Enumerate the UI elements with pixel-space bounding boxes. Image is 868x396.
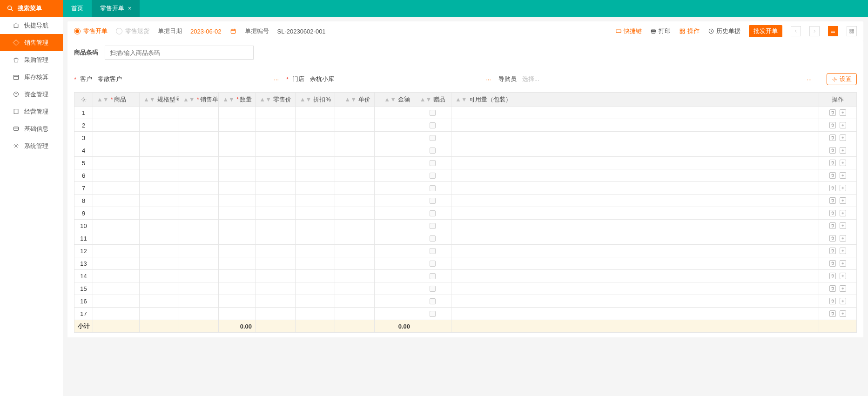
cell-sale-unit[interactable] bbox=[179, 282, 219, 295]
cell-product[interactable] bbox=[93, 119, 140, 132]
add-row-button[interactable] bbox=[840, 210, 846, 216]
cell-retail-price[interactable] bbox=[256, 157, 296, 169]
cell-gift[interactable] bbox=[414, 245, 451, 257]
delete-row-button[interactable] bbox=[829, 160, 836, 166]
sidebar-item-purchase[interactable]: 采购管理 bbox=[0, 51, 63, 68]
table-row[interactable]: 15 bbox=[74, 282, 856, 295]
cell-spec[interactable] bbox=[140, 295, 179, 308]
delete-row-button[interactable] bbox=[829, 298, 836, 304]
table-row[interactable]: 16 bbox=[74, 295, 856, 308]
add-row-button[interactable] bbox=[840, 298, 846, 304]
cell-qty[interactable] bbox=[219, 132, 256, 144]
table-row[interactable]: 14 bbox=[74, 270, 856, 282]
cell-product[interactable] bbox=[93, 308, 140, 320]
checkbox-icon[interactable] bbox=[430, 298, 436, 304]
column-settings[interactable] bbox=[74, 93, 93, 107]
cell-sale-unit[interactable] bbox=[179, 308, 219, 320]
cell-sale-unit[interactable] bbox=[179, 257, 219, 270]
cell-spec[interactable] bbox=[140, 308, 179, 320]
cell-product[interactable] bbox=[93, 245, 140, 257]
add-row-button[interactable] bbox=[840, 134, 846, 141]
cell-amount[interactable] bbox=[375, 270, 414, 282]
add-row-button[interactable] bbox=[840, 273, 846, 279]
cell-spec[interactable] bbox=[140, 119, 179, 132]
cell-retail-price[interactable] bbox=[256, 282, 296, 295]
cell-unit-price[interactable] bbox=[335, 182, 375, 195]
cell-retail-price[interactable] bbox=[256, 245, 296, 257]
cell-qty[interactable] bbox=[219, 220, 256, 232]
cell-spec[interactable] bbox=[140, 144, 179, 157]
cell-qty[interactable] bbox=[219, 195, 256, 207]
cell-product[interactable] bbox=[93, 157, 140, 169]
cell-amount[interactable] bbox=[375, 144, 414, 157]
cell-retail-price[interactable] bbox=[256, 144, 296, 157]
cell-retail-price[interactable] bbox=[256, 257, 296, 270]
cell-retail-price[interactable] bbox=[256, 295, 296, 308]
cell-qty[interactable] bbox=[219, 169, 256, 182]
cell-discount[interactable] bbox=[296, 295, 335, 308]
cell-amount[interactable] bbox=[375, 295, 414, 308]
cell-gift[interactable] bbox=[414, 119, 451, 132]
add-row-button[interactable] bbox=[840, 260, 846, 267]
cell-gift[interactable] bbox=[414, 257, 451, 270]
checkbox-icon[interactable] bbox=[430, 286, 436, 292]
add-row-button[interactable] bbox=[840, 222, 846, 229]
cell-retail-price[interactable] bbox=[256, 119, 296, 132]
table-row[interactable]: 2 bbox=[74, 119, 856, 132]
th-gift[interactable]: ▲▼赠品 bbox=[414, 93, 451, 107]
barcode-input[interactable] bbox=[105, 46, 254, 60]
cell-gift[interactable] bbox=[414, 182, 451, 195]
cell-amount[interactable] bbox=[375, 119, 414, 132]
cell-gift[interactable] bbox=[414, 270, 451, 282]
cell-discount[interactable] bbox=[296, 232, 335, 245]
customer-picker[interactable]: * 客户 零散客户 ··· bbox=[74, 73, 283, 86]
cell-gift[interactable] bbox=[414, 195, 451, 207]
cell-product[interactable] bbox=[93, 182, 140, 195]
checkbox-icon[interactable] bbox=[430, 261, 436, 267]
cell-amount[interactable] bbox=[375, 182, 414, 195]
next-doc-button[interactable] bbox=[809, 26, 820, 36]
cell-qty[interactable] bbox=[219, 295, 256, 308]
calendar-icon[interactable] bbox=[230, 28, 236, 34]
cell-gift[interactable] bbox=[414, 107, 451, 119]
cell-spec[interactable] bbox=[140, 195, 179, 207]
th-qty[interactable]: ▲▼*数量 bbox=[219, 93, 256, 107]
cell-discount[interactable] bbox=[296, 169, 335, 182]
batch-order-button[interactable]: 批发开单 bbox=[749, 25, 782, 37]
add-row-button[interactable] bbox=[840, 109, 846, 116]
cell-amount[interactable] bbox=[375, 282, 414, 295]
delete-row-button[interactable] bbox=[829, 185, 836, 191]
add-row-button[interactable] bbox=[840, 147, 846, 154]
cell-gift[interactable] bbox=[414, 169, 451, 182]
cell-amount[interactable] bbox=[375, 195, 414, 207]
cell-amount[interactable] bbox=[375, 220, 414, 232]
add-row-button[interactable] bbox=[840, 248, 846, 254]
cell-spec[interactable] bbox=[140, 232, 179, 245]
cell-spec[interactable] bbox=[140, 257, 179, 270]
cell-qty[interactable] bbox=[219, 282, 256, 295]
cell-retail-price[interactable] bbox=[256, 270, 296, 282]
cell-qty[interactable] bbox=[219, 308, 256, 320]
table-row[interactable]: 10 bbox=[74, 220, 856, 232]
cell-product[interactable] bbox=[93, 295, 140, 308]
mode-radio-retail-order[interactable]: 零售开单 bbox=[74, 27, 108, 35]
cell-product[interactable] bbox=[93, 132, 140, 144]
cell-unit-price[interactable] bbox=[335, 282, 375, 295]
add-row-button[interactable] bbox=[840, 160, 846, 166]
cell-unit-price[interactable] bbox=[335, 295, 375, 308]
cell-qty[interactable] bbox=[219, 245, 256, 257]
cell-spec[interactable] bbox=[140, 207, 179, 220]
checkbox-icon[interactable] bbox=[430, 248, 436, 254]
cell-sale-unit[interactable] bbox=[179, 119, 219, 132]
cell-discount[interactable] bbox=[296, 107, 335, 119]
sidebar-item-quicknav[interactable]: 快捷导航 bbox=[0, 17, 63, 34]
cell-retail-price[interactable] bbox=[256, 107, 296, 119]
checkbox-icon[interactable] bbox=[430, 148, 436, 154]
guide-picker[interactable]: 导购员 选择... ··· bbox=[498, 73, 816, 86]
cell-gift[interactable] bbox=[414, 157, 451, 169]
cell-unit-price[interactable] bbox=[335, 144, 375, 157]
cell-discount[interactable] bbox=[296, 119, 335, 132]
checkbox-icon[interactable] bbox=[430, 311, 436, 317]
cell-sale-unit[interactable] bbox=[179, 270, 219, 282]
cell-unit-price[interactable] bbox=[335, 119, 375, 132]
